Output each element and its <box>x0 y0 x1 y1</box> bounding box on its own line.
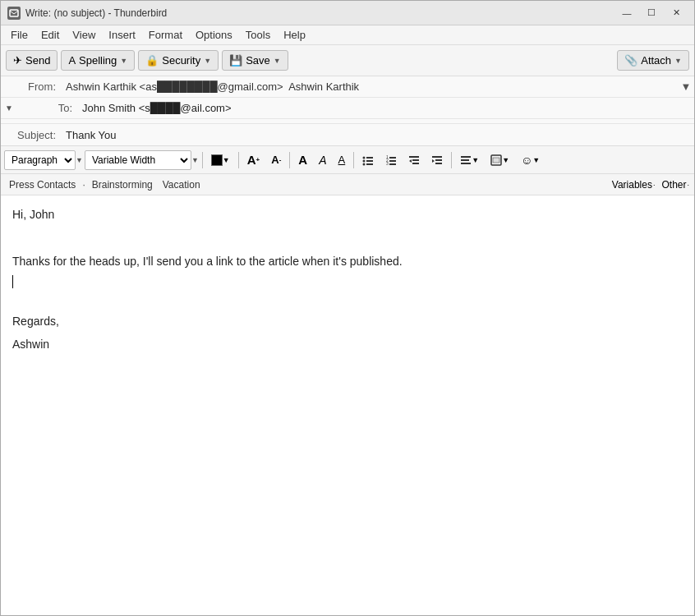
svg-rect-13 <box>409 156 419 158</box>
spelling-button[interactable]: A Spelling ▼ <box>61 50 135 71</box>
font-select[interactable]: Variable Width <box>85 150 191 170</box>
paragraph-style-select[interactable]: Paragraph <box>4 150 76 170</box>
outdent-button[interactable] <box>403 150 425 170</box>
svg-marker-16 <box>409 159 412 163</box>
menu-help[interactable]: Help <box>277 27 312 43</box>
other-label: Other <box>661 179 686 191</box>
security-icon: 🔒 <box>145 54 159 67</box>
format-sep-4 <box>353 152 354 168</box>
increase-font-button[interactable]: A+ <box>242 150 265 170</box>
spelling-icon: A <box>68 54 76 67</box>
attach-icon: 📎 <box>624 54 637 67</box>
security-dropdown-arrow: ▼ <box>204 57 211 65</box>
font-color-button[interactable]: ▼ <box>206 150 235 170</box>
attach-button[interactable]: 📎 Attach ▼ <box>617 50 689 71</box>
emoji-button[interactable]: ☺ ▼ <box>516 150 545 170</box>
tag-vacation[interactable]: Vacation <box>159 178 204 191</box>
emoji-icon: ☺ <box>521 154 532 167</box>
menu-bar: File Edit View Insert Format Options Too… <box>1 25 694 45</box>
variables-button[interactable]: Variables · <box>612 179 656 191</box>
underline-button[interactable]: A <box>334 150 351 170</box>
from-row: From: ▼ <box>1 76 694 98</box>
menu-options[interactable]: Options <box>189 27 239 43</box>
header-fields: From: ▼ ▼ To: Subject: <box>1 76 694 146</box>
body-line-2 <box>12 228 683 246</box>
save-button[interactable]: 💾 Save ▼ <box>222 50 288 71</box>
ordered-list-button[interactable]: 1 2 3 <box>380 150 402 170</box>
menu-format[interactable]: Format <box>142 27 189 43</box>
to-field[interactable] <box>79 99 694 117</box>
font-dropdown-arrow[interactable]: ▼ <box>191 156 199 164</box>
italic-button[interactable]: A <box>314 150 331 170</box>
spelling-dropdown-arrow: ▼ <box>120 57 127 65</box>
security-label: Security <box>162 54 200 67</box>
tag-press-contacts[interactable]: Press Contacts <box>6 178 79 191</box>
from-dropdown-arrow[interactable]: ▼ <box>678 80 694 93</box>
menu-file[interactable]: File <box>4 27 35 43</box>
subject-field[interactable] <box>62 126 694 144</box>
svg-rect-22 <box>461 159 469 161</box>
menu-insert[interactable]: Insert <box>102 27 142 43</box>
send-icon: ✈ <box>13 54 22 67</box>
tags-toolbar: Press Contacts · Brainstorming Vacation … <box>1 174 694 195</box>
to-expand-icon[interactable]: ▼ <box>1 103 17 113</box>
subject-label: Subject: <box>1 129 62 141</box>
menu-view[interactable]: View <box>66 27 102 43</box>
send-button[interactable]: ✈ Send <box>6 50 58 71</box>
minimize-button[interactable]: — <box>615 6 638 21</box>
insert-button[interactable]: ▼ <box>486 150 514 170</box>
send-label: Send <box>25 54 50 67</box>
from-field[interactable] <box>62 78 678 95</box>
svg-rect-6 <box>366 163 373 165</box>
svg-rect-18 <box>435 159 442 161</box>
main-window: Write: (no subject) - Thunderbird — ☐ ✕ … <box>0 0 695 616</box>
svg-point-5 <box>363 163 366 165</box>
tag-dot-1: · <box>82 179 85 191</box>
save-label: Save <box>246 54 270 67</box>
outdent-icon <box>408 154 420 166</box>
body-line-3: Thanks for the heads up, I'll send you a… <box>12 252 683 270</box>
close-button[interactable]: ✕ <box>665 6 688 21</box>
unordered-list-button[interactable] <box>357 150 379 170</box>
format-sep-2 <box>238 152 239 168</box>
svg-rect-17 <box>432 156 442 158</box>
other-arrow: · <box>687 181 689 189</box>
align-button[interactable]: ▼ <box>455 150 484 170</box>
menu-tools[interactable]: Tools <box>239 27 277 43</box>
menu-edit[interactable]: Edit <box>35 27 66 43</box>
tags-left: Press Contacts · Brainstorming Vacation <box>6 178 204 191</box>
svg-point-1 <box>363 156 366 159</box>
svg-rect-21 <box>461 156 471 158</box>
svg-marker-20 <box>432 159 435 163</box>
svg-text:3: 3 <box>386 161 389 166</box>
svg-rect-4 <box>366 160 373 162</box>
toolbar: ✈ Send A Spelling ▼ 🔒 Security ▼ 💾 Save … <box>1 45 694 76</box>
decrease-font-button[interactable]: A- <box>266 150 286 170</box>
maximize-button[interactable]: ☐ <box>640 6 663 21</box>
svg-rect-8 <box>389 157 396 159</box>
paragraph-dropdown-arrow[interactable]: ▼ <box>76 156 83 164</box>
other-button[interactable]: Other · <box>661 179 689 191</box>
app-icon <box>7 7 21 20</box>
format-sep-5 <box>451 152 452 168</box>
svg-rect-19 <box>435 163 442 164</box>
window-title: Write: (no subject) - Thunderbird <box>25 7 167 19</box>
spelling-label: Spelling <box>79 54 117 67</box>
tag-brainstorming[interactable]: Brainstorming <box>89 178 156 191</box>
indent-button[interactable] <box>426 150 448 170</box>
subject-row: Subject: <box>1 124 694 145</box>
text-cursor <box>12 275 13 288</box>
title-bar-left: Write: (no subject) - Thunderbird <box>7 7 167 20</box>
title-bar: Write: (no subject) - Thunderbird — ☐ ✕ <box>1 1 694 25</box>
body-line-1: Hi, John <box>12 205 683 223</box>
tags-right: Variables · Other · <box>612 179 689 191</box>
bold-button[interactable]: A <box>293 150 312 170</box>
font-color-box <box>211 154 223 166</box>
format-sep-3 <box>289 152 290 168</box>
svg-rect-2 <box>366 157 373 159</box>
indent-icon <box>431 154 443 166</box>
attach-label: Attach <box>641 54 671 67</box>
font-color-dropdown[interactable]: ▼ <box>223 156 230 164</box>
email-body[interactable]: Hi, John Thanks for the heads up, I'll s… <box>1 195 694 615</box>
security-button[interactable]: 🔒 Security ▼ <box>138 50 219 71</box>
